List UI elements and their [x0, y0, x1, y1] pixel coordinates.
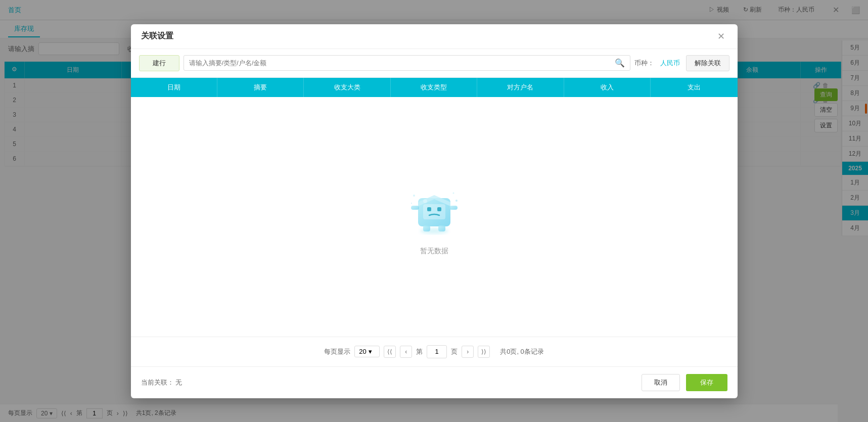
modal-close-button[interactable]: ✕ [715, 30, 727, 42]
last-page-icon: ⟩⟩ [481, 348, 486, 355]
th-date: 日期 [131, 78, 217, 97]
modal-filter-bar: 建行 🔍 币种： 人民币 解除关联 [131, 49, 738, 78]
next-page-button[interactable]: › [462, 346, 474, 358]
page-size-dropdown-icon: ▾ [369, 348, 372, 355]
empty-state: 暂无数据 [131, 97, 738, 337]
th-income: 收入 [564, 78, 651, 97]
filter-bank-tag: 建行 [139, 55, 179, 71]
empty-text: 暂无数据 [420, 247, 448, 256]
svg-rect-4 [437, 207, 441, 211]
svg-point-11 [452, 192, 454, 194]
page-suffix: 页 [451, 347, 458, 356]
th-summary: 摘要 [217, 78, 304, 97]
next-page-icon: › [467, 348, 469, 355]
svg-point-12 [411, 203, 412, 204]
currency-label: 币种： [634, 59, 654, 68]
current-link-value: 无 [175, 379, 182, 386]
modal-table-header: 日期 摘要 收支大类 收支类型 对方户名 收入 支出 [131, 78, 738, 97]
svg-point-13 [455, 200, 458, 202]
first-page-button[interactable]: ⟨⟨ [384, 346, 396, 358]
search-icon[interactable]: 🔍 [615, 58, 625, 68]
page-total: 共0页, 0条记录 [500, 347, 544, 356]
svg-rect-3 [427, 207, 431, 211]
modal-header: 关联设置 ✕ [131, 24, 738, 49]
page-size-select[interactable]: 20 ▾ [354, 346, 380, 357]
modal-title: 关联设置 [141, 31, 173, 41]
first-page-icon: ⟨⟨ [387, 348, 392, 355]
svg-point-9 [423, 199, 427, 203]
svg-rect-8 [438, 225, 445, 231]
svg-point-10 [413, 195, 415, 197]
page-number-input[interactable] [427, 345, 447, 358]
last-page-button[interactable]: ⟩⟩ [478, 346, 490, 358]
th-income-category: 收支大类 [304, 78, 390, 97]
cancel-button[interactable]: 取消 [642, 374, 680, 391]
th-expense: 支出 [651, 78, 737, 97]
current-link-label: 当前关联： [141, 379, 174, 386]
current-link-info: 当前关联： 无 [141, 378, 182, 387]
modal-overlay: 关联设置 ✕ 建行 🔍 币种： 人民币 解除关联 日期 摘 [0, 0, 868, 422]
currency-value: 人民币 [660, 59, 680, 68]
page-size-label: 每页显示 [324, 347, 350, 356]
footer-buttons: 取消 保存 [642, 374, 727, 391]
modal-dialog: 关联设置 ✕ 建行 🔍 币种： 人民币 解除关联 日期 摘 [131, 24, 738, 398]
svg-rect-6 [449, 206, 458, 210]
prev-page-button[interactable]: ‹ [400, 346, 412, 358]
save-button[interactable]: 保存 [686, 374, 727, 391]
svg-rect-7 [423, 225, 430, 231]
empty-illustration [404, 178, 465, 239]
svg-rect-2 [423, 204, 445, 219]
th-income-type: 收支类型 [391, 78, 477, 97]
filter-search-box: 🔍 [184, 55, 630, 71]
th-counterpart: 对方户名 [477, 78, 564, 97]
svg-rect-5 [411, 206, 419, 210]
filter-right-area: 币种： 人民币 解除关联 [634, 55, 729, 71]
modal-body: 建行 🔍 币种： 人民币 解除关联 日期 摘要 收支大类 收支类型 对方户名 收… [131, 49, 738, 366]
unlink-button[interactable]: 解除关联 [686, 55, 729, 71]
modal-footer: 当前关联： 无 取消 保存 [131, 366, 738, 398]
prev-page-icon: ‹ [405, 348, 407, 355]
modal-pagination: 每页显示 20 ▾ ⟨⟨ ‹ 第 页 › ⟩⟩ [131, 337, 738, 366]
filter-search-input[interactable] [189, 59, 612, 67]
page-label: 第 [416, 347, 423, 356]
page-size-value: 20 [359, 348, 366, 355]
